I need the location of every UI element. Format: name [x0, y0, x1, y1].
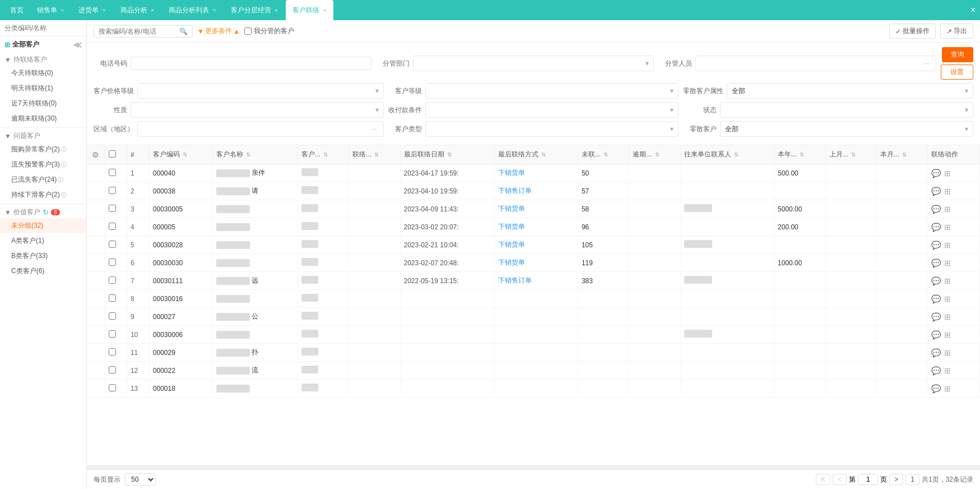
row-checkbox[interactable]	[109, 294, 116, 302]
close-tab-4-icon[interactable]: ×	[275, 7, 278, 13]
grid-action-icon[interactable]: ⊞	[944, 187, 951, 196]
export-button[interactable]: ↗ 导出	[940, 24, 973, 39]
th-this-year[interactable]: 本年... ⇅	[774, 145, 825, 164]
row-checkbox[interactable]	[109, 312, 116, 320]
sidebar-item-class-a[interactable]: A类客户(1)	[0, 233, 86, 248]
row-checkbox[interactable]	[109, 223, 116, 230]
row-checkbox[interactable]	[109, 169, 116, 176]
last-page-btn[interactable]: 1	[905, 474, 919, 485]
sidebar-item-overdue-pending[interactable]: 逾期未联络(30)	[0, 111, 86, 126]
filter-status-select[interactable]: ▾	[720, 102, 973, 118]
chat-icon[interactable]: 💬	[931, 205, 941, 214]
search-input[interactable]	[99, 27, 177, 35]
nav-tab-5[interactable]: 客户联络 ×	[286, 0, 333, 20]
select-all-checkbox[interactable]	[109, 150, 116, 158]
row-checkbox[interactable]	[109, 348, 116, 356]
chat-icon[interactable]: 💬	[931, 330, 941, 339]
group-problem-title[interactable]: ▼ 问题客户	[0, 129, 86, 142]
sidebar-search-input[interactable]	[4, 24, 87, 32]
chat-icon[interactable]: 💬	[931, 241, 941, 250]
chat-icon[interactable]: 💬	[931, 312, 941, 321]
filter-person-select[interactable]: ···	[695, 56, 936, 71]
grid-action-icon[interactable]: ⊞	[944, 276, 951, 285]
chat-icon[interactable]: 💬	[931, 223, 941, 232]
search-submit-icon[interactable]: 🔍	[179, 27, 188, 35]
grid-action-icon[interactable]: ⊞	[944, 366, 951, 375]
sidebar-item-churn-warning[interactable]: 流失预警客户(3) ⓘ	[0, 157, 86, 172]
filter-phone-input[interactable]	[131, 57, 371, 70]
th-type[interactable]: 客户... ⇅	[298, 145, 349, 164]
chat-icon[interactable]: 💬	[931, 294, 941, 303]
sidebar-item-declining[interactable]: 持续下滑客户(2) ⓘ	[0, 187, 86, 202]
close-tab-2-icon[interactable]: ×	[151, 7, 154, 13]
grid-action-icon[interactable]: ⊞	[944, 169, 951, 178]
nav-tab-0[interactable]: 销售单 ×	[30, 0, 71, 20]
prev-page-btn[interactable]: <	[833, 474, 847, 485]
sidebar-item-class-b[interactable]: B类客户(33)	[0, 248, 86, 264]
group-pending-title[interactable]: ▼ 待联络客户	[0, 53, 86, 66]
row-checkbox[interactable]	[109, 205, 116, 212]
close-tab-1-icon[interactable]: ×	[102, 7, 105, 13]
row-checkbox[interactable]	[109, 259, 116, 266]
th-settings[interactable]: ⚙	[87, 145, 105, 164]
th-contact-person[interactable]: 往来单位联系人 ⇅	[680, 145, 774, 164]
chat-icon[interactable]: 💬	[931, 366, 941, 375]
th-last-month[interactable]: 上月... ⇅	[825, 145, 876, 164]
reset-button[interactable]: 设置	[941, 64, 973, 80]
nav-tab-1[interactable]: 进货单 ×	[72, 0, 112, 20]
chat-icon[interactable]: 💬	[931, 384, 941, 393]
th-name[interactable]: 客户名称 ⇅	[212, 145, 298, 164]
close-tab-3-icon[interactable]: ×	[212, 7, 216, 13]
row-checkbox[interactable]	[109, 330, 116, 338]
th-last-contact-date[interactable]: 最后联络日期 ⇅	[400, 145, 494, 164]
row-checkbox[interactable]	[109, 276, 116, 284]
th-not-contacted[interactable]: 未联... ⇅	[578, 145, 629, 164]
chat-icon[interactable]: 💬	[931, 348, 941, 357]
th-this-month[interactable]: 本月... ⇅	[876, 145, 927, 164]
all-customers-header[interactable]: ⊞ 全部客户 ≪	[0, 36, 86, 53]
sidebar-item-hoard-abnormal[interactable]: 囤购异常客户(2) ⓘ	[0, 142, 86, 157]
row-checkbox[interactable]	[109, 241, 116, 248]
group-value-title[interactable]: ▼ 价值客户 ↻ 8	[0, 205, 86, 218]
filter-payment-select[interactable]: ▾	[425, 102, 679, 118]
sidebar-item-class-c[interactable]: C类客户(6)	[0, 264, 86, 279]
grid-action-icon[interactable]: ⊞	[944, 294, 951, 303]
filter-dept-select[interactable]: ▾	[413, 56, 654, 71]
filter-customer-level-select[interactable]: ▾	[425, 83, 679, 99]
next-page-btn[interactable]: >	[889, 474, 903, 485]
nav-tab-4[interactable]: 客户分层经营 ×	[224, 0, 285, 20]
grid-action-icon[interactable]: ⊞	[944, 223, 951, 232]
filter-customer-type-select[interactable]: ▾	[425, 121, 679, 137]
th-code[interactable]: 客户编码 ⇅	[149, 145, 212, 164]
th-last-contact-method[interactable]: 最后联络方式 ⇅	[494, 145, 578, 164]
sidebar-item-tomorrow-pending[interactable]: 明天待联络(1)	[0, 81, 86, 96]
chat-icon[interactable]: 💬	[931, 169, 941, 178]
filter-retail-select[interactable]: 全部 ▾	[720, 121, 973, 137]
sidebar-item-7days-pending[interactable]: 近7天待联络(0)	[0, 96, 86, 111]
grid-action-icon[interactable]: ⊞	[944, 312, 951, 321]
my-customers-checkbox[interactable]	[244, 27, 252, 35]
filter-region-select[interactable]: ···	[137, 121, 384, 137]
nav-home[interactable]: 首页	[4, 0, 29, 20]
chat-icon[interactable]: 💬	[931, 259, 941, 267]
page-size-select[interactable]: 50 20 100	[125, 473, 156, 486]
chat-icon[interactable]: 💬	[931, 187, 941, 196]
row-checkbox[interactable]	[109, 366, 116, 373]
grid-action-icon[interactable]: ⊞	[944, 241, 951, 250]
grid-action-icon[interactable]: ⊞	[944, 259, 951, 267]
current-page-input[interactable]	[858, 474, 878, 485]
more-filter-btn[interactable]: ▼ 更多条件 ▲	[197, 26, 240, 36]
th-overdue[interactable]: 逾期... ⇅	[629, 145, 680, 164]
grid-action-icon[interactable]: ⊞	[944, 348, 951, 357]
grid-action-icon[interactable]: ⊞	[944, 205, 951, 214]
close-tab-0-icon[interactable]: ×	[61, 7, 64, 13]
th-contact[interactable]: 联络... ⇅	[349, 145, 400, 164]
close-tab-5-icon[interactable]: ×	[323, 7, 326, 13]
nav-tab-2[interactable]: 商品分析 ×	[114, 0, 161, 20]
chat-icon[interactable]: 💬	[931, 276, 941, 285]
filter-price-level-select[interactable]: ▾	[137, 83, 384, 99]
filter-retail-attr-select[interactable]: 全部 ▾	[727, 83, 973, 99]
filter-nature-select[interactable]: ▾	[131, 102, 384, 118]
grid-action-icon[interactable]: ⊞	[944, 330, 951, 339]
sidebar-item-ungroup[interactable]: 未分组(32)	[0, 218, 86, 233]
